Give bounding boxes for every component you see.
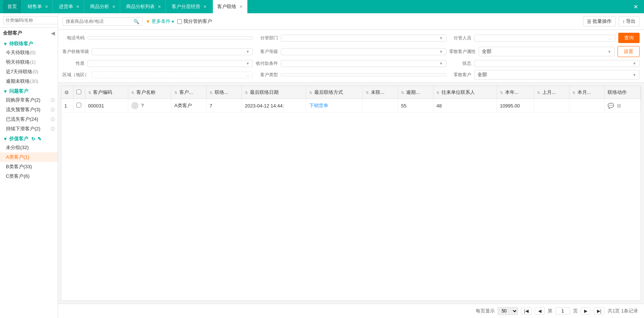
per-page-select[interactable]: 50 100 200 — [498, 307, 518, 315]
sidebar-item-abnormal-repurchase[interactable]: 回购异常客户(2) ⓘ — [0, 95, 58, 105]
sidebar-item-7day-pending[interactable]: 近7天待联络(0) — [0, 67, 58, 77]
close-customer-layer-tab[interactable]: ✕ — [203, 4, 207, 9]
payment-arrow: ▼ — [439, 61, 443, 66]
export-label: 导出 — [626, 18, 636, 25]
close-customer-contact-tab[interactable]: ✕ — [239, 4, 243, 9]
prev-page-btn[interactable]: ◀ — [535, 307, 545, 315]
page-number-input[interactable] — [555, 307, 570, 315]
contact-method-link[interactable]: 下销货单 — [309, 103, 328, 108]
edit-icon[interactable]: ✎ — [37, 136, 42, 142]
grid-action-icon[interactable]: ⊞ — [617, 103, 621, 109]
sort-count-icon[interactable]: ⇅ — [210, 91, 212, 95]
close-purchase-tab[interactable]: ✕ — [76, 4, 79, 9]
sort-year-icon[interactable]: ⇅ — [500, 91, 503, 95]
tab-product-analysis[interactable]: 商品分析 ✕ — [86, 0, 120, 13]
row-code: 000031 — [85, 99, 128, 113]
query-button[interactable]: 查询 — [618, 33, 640, 43]
sort-level-icon[interactable]: ⇅ — [174, 91, 177, 95]
more-filters-btn[interactable]: ▼ 更多条件 ▾ — [146, 18, 174, 25]
tab-product-analysis-list[interactable]: 商品分析列表 ✕ — [122, 0, 166, 13]
refresh-icon[interactable]: ↻ — [31, 136, 35, 142]
phone-input[interactable] — [87, 36, 253, 39]
last-page-btn[interactable]: ▶| — [594, 307, 605, 315]
main-search-input[interactable] — [66, 19, 132, 24]
tab-customer-contact[interactable]: 客户联络 ✕ — [213, 0, 247, 13]
more-filters-label: 更多条件 — [151, 18, 171, 25]
all-customers-header[interactable]: 全部客户 ◀ — [0, 28, 58, 39]
close-sales-tab[interactable]: ✕ — [45, 4, 48, 9]
main-search-icon[interactable]: 🔍 — [133, 19, 139, 24]
manager-label: 分管人员 — [449, 35, 471, 41]
next-page-btn[interactable]: ▶ — [581, 307, 591, 315]
sort-method-icon[interactable]: ⇅ — [309, 91, 312, 95]
batch-op-btn[interactable]: ☰ 批量操作 — [583, 16, 616, 26]
sort-overdue-icon[interactable]: ⇅ — [401, 91, 404, 95]
col-contact-person: ⇅ 往来单位联系人 — [433, 86, 497, 99]
sidebar-item-a-class[interactable]: A类客户(1) — [0, 152, 58, 162]
nature-label: 性质 — [62, 60, 85, 67]
sidebar-item-today-pending[interactable]: 今天待联络(0) — [0, 48, 58, 57]
close-product-analysis-tab[interactable]: ✕ — [112, 4, 115, 9]
customer-avatar — [131, 102, 139, 109]
manager-dots-icon: … — [608, 36, 612, 40]
col-overdue: ⇅ 逾期... — [398, 86, 433, 99]
sidebar-item-ungrouped[interactable]: 未分组(32) — [0, 143, 58, 152]
tab-customer-layer[interactable]: 客户分层经营 ✕ — [167, 0, 211, 13]
close-product-list-tab[interactable]: ✕ — [158, 4, 161, 9]
sidebar-item-declining[interactable]: 持续下滑客户(2) ⓘ — [0, 124, 58, 134]
select-all-checkbox[interactable] — [76, 89, 81, 94]
customer-level-select[interactable]: ▼ — [281, 48, 446, 55]
first-page-btn[interactable]: |◀ — [521, 307, 532, 315]
purchase-tab-label: 进货单 — [59, 3, 73, 10]
value-customer-label: 价值客户 — [9, 135, 28, 142]
my-customers-checkbox[interactable] — [177, 19, 182, 24]
nature-select[interactable]: ▼ — [87, 60, 253, 67]
category-search-input[interactable] — [3, 16, 58, 24]
a-class-label: A类客户(1) — [6, 154, 29, 160]
sort-person-icon[interactable]: ⇅ — [436, 91, 439, 95]
sidebar-item-c-class[interactable]: C类客户(6) — [0, 172, 58, 181]
filter-row-nature: 性质 ▼ — [62, 60, 253, 67]
tab-home[interactable]: 首页 — [3, 0, 22, 13]
customer-type-input[interactable] — [281, 73, 446, 76]
sort-code-icon[interactable]: ⇅ — [88, 91, 91, 95]
filter-row-customer-level: 客户等级 ▼ — [256, 46, 446, 57]
scattered-select[interactable]: 全部 ▼ — [474, 70, 640, 80]
tab-purchase-order[interactable]: 进货单 ✕ — [54, 0, 84, 13]
sidebar-item-churned[interactable]: 已流失客户(24) ⓘ — [0, 114, 58, 124]
price-level-select[interactable]: ▼ — [92, 48, 253, 55]
export-icon: ↑ — [623, 19, 625, 24]
today-pending-label: 今天待联络(0) — [6, 49, 36, 56]
sort-this-month-icon[interactable]: ⇅ — [572, 91, 575, 95]
sidebar-item-tomorrow-pending[interactable]: 明天待联络(1) — [0, 57, 58, 67]
message-action-icon[interactable]: 💬 — [608, 103, 614, 109]
sidebar-item-churn-warning[interactable]: 流失预警客户(3) ⓘ — [0, 105, 58, 114]
sort-date-icon[interactable]: ⇅ — [245, 91, 248, 95]
scattered-value: 全部 — [477, 71, 487, 78]
data-table-wrapper: ⚙ ⇅ 客户编码 ⇅ 客户名称 — [61, 86, 641, 301]
status-select[interactable]: ▼ — [474, 60, 640, 67]
row-checkbox[interactable] — [76, 103, 81, 107]
dept-label: 分管部门 — [256, 35, 278, 41]
scattered-attr-select[interactable]: 全部 ▼ — [479, 47, 615, 56]
filter-row-scattered-attr: 零散客户属性 全部 ▼ 设置 — [449, 46, 640, 57]
sidebar-item-b-class[interactable]: B类客户(33) — [0, 162, 58, 172]
set-button[interactable]: 设置 — [618, 46, 640, 57]
table-gear-icon[interactable]: ⚙ — [64, 89, 69, 95]
row-action: 💬 ⊞ — [604, 99, 640, 113]
tab-sales-order[interactable]: 销售单 ✕ — [23, 0, 53, 13]
export-btn[interactable]: ↑ 导出 — [619, 16, 640, 26]
dept-select[interactable]: ▼ — [281, 35, 446, 42]
filter-row-price-level: 客户价格等级 ▼ — [62, 46, 253, 57]
sidebar-item-overdue-contact[interactable]: 逾期未联络(30) — [0, 77, 58, 86]
sort-name-icon[interactable]: ⇅ — [131, 91, 134, 95]
manager-input[interactable]: … — [474, 35, 615, 42]
sidebar-collapse-icon[interactable]: ◀ — [51, 31, 55, 36]
sort-no-contact-icon[interactable]: ⇅ — [366, 91, 369, 95]
col-last-contact-method: ⇅ 最后联络方式 — [306, 86, 363, 99]
region-input[interactable]: … — [92, 71, 253, 78]
my-customers-checkbox-label[interactable]: 我分管的客户 — [177, 18, 212, 25]
sort-last-month-icon[interactable]: ⇅ — [537, 91, 540, 95]
window-close-button[interactable]: ✕ — [630, 3, 641, 10]
payment-select[interactable]: ▼ — [281, 60, 446, 67]
